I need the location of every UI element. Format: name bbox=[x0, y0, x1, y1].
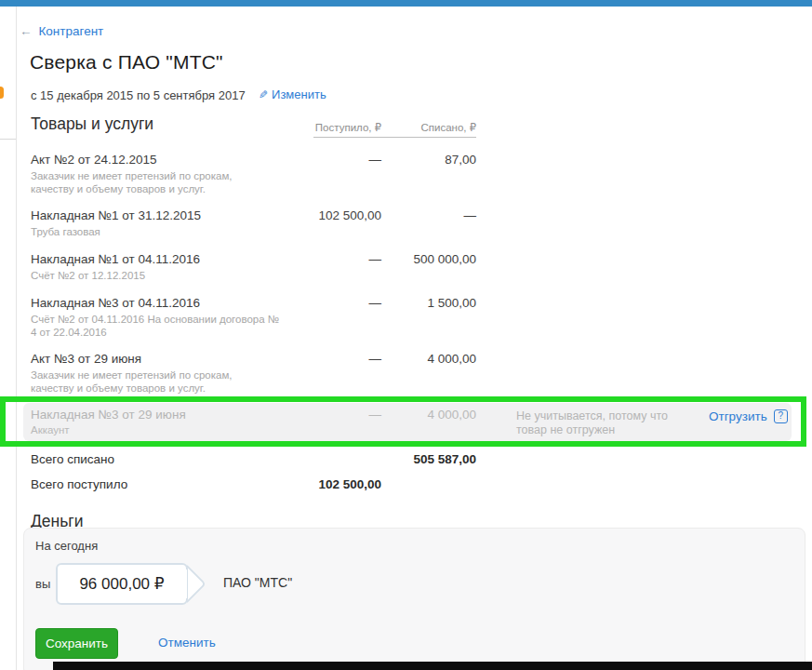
row-disabled-note: Не учитывается, потому что товар не отгр… bbox=[516, 409, 668, 437]
row-title: Накладная №1 от 31.12.2015 bbox=[31, 208, 201, 222]
row-title: Акт №3 от 29 июня bbox=[31, 352, 141, 366]
total-received-label: Всего поступило bbox=[31, 477, 127, 491]
edit-link-label: Изменить bbox=[272, 87, 326, 101]
edit-period-link[interactable]: ✎Изменить bbox=[259, 87, 326, 101]
bottom-window-edge bbox=[53, 662, 812, 670]
row-subtitle: Счёт №2 от 12.12.2015 bbox=[31, 270, 145, 283]
help-icon[interactable]: ? bbox=[774, 409, 788, 423]
total-debited-label: Всего списано bbox=[31, 452, 114, 466]
amount-input[interactable]: 96 000,00 ₽ bbox=[56, 563, 188, 605]
row-title-disabled: Накладная №3 от 29 июня bbox=[31, 408, 186, 422]
row-title: Накладная №3 от 04.11.2016 bbox=[31, 296, 200, 310]
goods-section-title: Товары и услуги bbox=[31, 114, 153, 134]
cancel-link[interactable]: Отменить bbox=[158, 636, 216, 650]
money-card-title: На сегодня bbox=[35, 539, 98, 553]
total-received-value: 102 500,00 bbox=[260, 477, 381, 491]
annotation-highlight-frame bbox=[0, 396, 806, 447]
row-debited-value: 500 000,00 bbox=[355, 252, 476, 266]
save-button[interactable]: Сохранить bbox=[35, 628, 118, 659]
column-header-debited: Списано, ₽ bbox=[365, 121, 476, 134]
left-rail-divider bbox=[16, 7, 17, 670]
left-rail-tick bbox=[0, 139, 16, 140]
payer-label: вы bbox=[35, 577, 50, 591]
row-debited-value: 4 000,00 bbox=[355, 352, 476, 366]
row-debited-value-disabled: 4 000,00 bbox=[355, 408, 476, 422]
back-link-label: Контрагент bbox=[39, 24, 104, 38]
recipient-name: ПАО "МТС" bbox=[223, 575, 292, 590]
total-debited-value: 505 587,00 bbox=[355, 452, 476, 466]
column-header-rule bbox=[313, 137, 476, 138]
window-top-bar bbox=[0, 0, 812, 7]
ship-goods-link[interactable]: Отгрузить ? bbox=[709, 409, 788, 423]
ship-goods-label: Отгрузить bbox=[709, 409, 767, 423]
page-title: Сверка с ПАО "МТС" bbox=[30, 51, 223, 74]
amount-input-arrow-mask bbox=[176, 570, 187, 598]
back-arrow-icon: ← bbox=[20, 24, 33, 38]
row-subtitle: Заказчик не имеет претензий по срокам, к… bbox=[31, 369, 233, 395]
period-text: с 15 декабря 2015 по 5 сентября 2017 bbox=[31, 88, 246, 102]
row-debited-value: 1 500,00 bbox=[355, 296, 476, 310]
pencil-icon: ✎ bbox=[259, 88, 268, 101]
row-debited-value: 87,00 bbox=[355, 153, 476, 167]
row-debited-value: — bbox=[355, 208, 476, 222]
back-link-kontragent[interactable]: ←Контрагент bbox=[20, 24, 103, 38]
row-subtitle: Заказчик не имеет претензий по срокам, к… bbox=[31, 170, 233, 195]
clipped-orange-marker bbox=[0, 87, 4, 99]
row-title: Накладная №1 от 04.11.2016 bbox=[31, 252, 200, 266]
row-subtitle-disabled: Аккаунт bbox=[31, 424, 70, 436]
row-subtitle: Труба газовая bbox=[31, 226, 100, 239]
row-subtitle: Счёт №2 от 04.11.2016 На основании догов… bbox=[31, 314, 279, 339]
row-title: Акт №2 от 24.12.2015 bbox=[31, 153, 156, 167]
